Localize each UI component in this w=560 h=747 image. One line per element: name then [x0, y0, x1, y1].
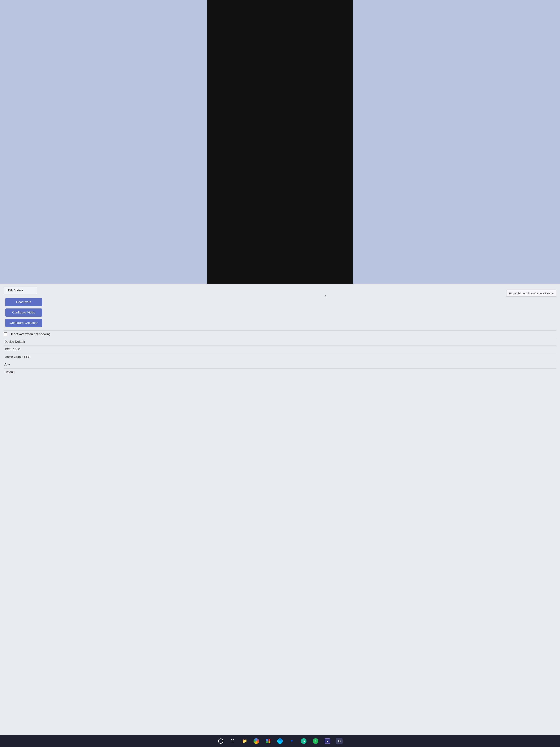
- color-space-field: Device Default: [4, 338, 556, 345]
- cursor-indicator: ↖: [324, 294, 327, 298]
- configure-video-button[interactable]: Configure Video: [5, 308, 42, 317]
- deactivate-checkbox-label: Deactivate when not showing: [10, 332, 51, 336]
- dropbox-button[interactable]: ✦: [289, 738, 295, 744]
- header-row: USB Video ↖ Properties for Video Capture…: [4, 287, 556, 298]
- buttons-section: Deactivate Configure Video Configure Cro…: [5, 298, 556, 327]
- spotify-icon: ♫: [313, 738, 318, 744]
- search-icon: ☷: [231, 739, 235, 744]
- video-format-field: Any: [4, 361, 556, 368]
- tooltip-box: Properties for Video Capture Device: [506, 290, 556, 297]
- preview-area: [0, 0, 560, 284]
- obs-button[interactable]: ▶: [324, 738, 331, 744]
- fps-value: Match Output FPS: [4, 355, 30, 359]
- resolution-value: 1920x1080: [4, 347, 20, 351]
- windows-store-button[interactable]: [265, 738, 271, 744]
- device-label: USB Video: [4, 287, 37, 294]
- color-space-value: Device Default: [4, 340, 25, 343]
- taskbar: ☷ 📁 ✦ G ♫ ▶ ⚙: [0, 735, 560, 747]
- preview-center: [207, 0, 353, 284]
- deactivate-checkbox[interactable]: [4, 332, 7, 336]
- deactivate-button[interactable]: Deactivate: [5, 298, 42, 306]
- preview-left: [0, 0, 207, 284]
- configure-crossbar-button[interactable]: Configure Crossbar: [5, 319, 42, 327]
- start-icon: [218, 739, 223, 744]
- video-format-value: Any: [4, 363, 10, 366]
- settings-button[interactable]: ⚙: [336, 738, 343, 744]
- spotify-button[interactable]: ♫: [312, 738, 319, 744]
- preview-right: [353, 0, 560, 284]
- search-button[interactable]: ☷: [229, 738, 236, 744]
- main-panel: USB Video ↖ Properties for Video Capture…: [0, 284, 560, 735]
- folder-icon: 📁: [242, 739, 247, 744]
- edge-button[interactable]: [277, 738, 283, 744]
- obs-icon: ▶: [325, 738, 330, 744]
- file-explorer-button[interactable]: 📁: [241, 738, 248, 744]
- gear-icon: ⚙: [336, 738, 343, 744]
- chrome-icon: [254, 738, 259, 744]
- grammarly-icon: G: [301, 738, 306, 744]
- deactivate-when-not-showing-row: Deactivate when not showing: [4, 330, 556, 338]
- fps-field: Match Output FPS: [4, 353, 556, 361]
- resolution-field: 1920x1080: [4, 345, 556, 353]
- start-button[interactable]: [217, 738, 224, 744]
- edge-icon: [277, 738, 283, 744]
- audio-field: Default: [4, 368, 556, 376]
- dropbox-icon: ✦: [290, 739, 294, 744]
- grammarly-button[interactable]: G: [300, 738, 307, 744]
- chrome-button[interactable]: [253, 738, 260, 744]
- audio-value: Default: [4, 370, 15, 374]
- windows-store-icon: [266, 739, 270, 743]
